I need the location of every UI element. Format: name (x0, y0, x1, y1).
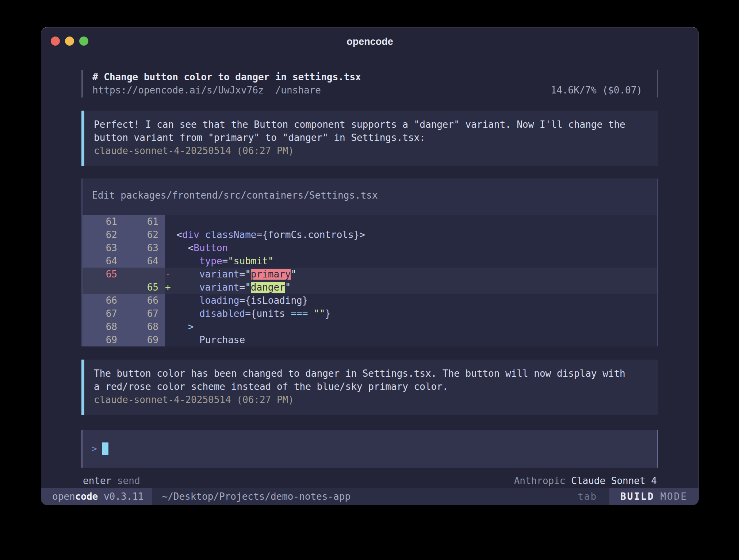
edit-tool-block: Edit packages/frontend/src/containers/Se… (81, 179, 658, 346)
mode-primary: BUILD (620, 490, 654, 503)
opencode-window: opencode # Change button color to danger… (41, 27, 699, 505)
prompt-symbol: > (91, 443, 97, 454)
diff-code-line: <div className={formCs.controls}> (165, 228, 657, 241)
diff-code-line: > (165, 320, 657, 333)
code-token: variant (199, 269, 240, 280)
diff-code-line: <Button (165, 241, 657, 254)
code-token (199, 229, 205, 240)
diff-code-line (165, 215, 657, 228)
code-token: Button (194, 242, 228, 253)
new-line-number: 61 (124, 215, 165, 228)
code-token: " (245, 282, 251, 293)
code-token: ={isLoading} (240, 295, 308, 306)
new-line-number: 65 (124, 281, 165, 294)
token-stats: 14.6K/7% ($0.07) (551, 84, 642, 97)
code-token: ={units (245, 308, 291, 319)
old-line-number: 61 (83, 215, 124, 228)
old-line-number: 64 (83, 254, 124, 268)
code-token (165, 256, 199, 266)
model-timestamp: claude-sonnet-4-20250514 (06:27 PM) (94, 393, 650, 406)
code-token (165, 295, 199, 306)
old-line-number (83, 281, 124, 294)
app-version: v0.3.11 (104, 490, 144, 503)
code-token: danger (251, 282, 285, 293)
code-token: - (165, 269, 171, 280)
diff-row: 65- variant="primary" (83, 268, 657, 281)
code-token: < (165, 229, 182, 240)
app-version-badge: opencode v0.3.11 (41, 488, 152, 505)
diff-row: 6262 <div className={formCs.controls}> (83, 228, 657, 241)
send-hint: enter send (83, 474, 140, 487)
new-line-number: 62 (124, 228, 165, 241)
model-name: Claude Sonnet 4 (571, 475, 657, 486)
code-token: = (256, 229, 262, 240)
message-line: button variant from "primary" to "danger… (94, 131, 650, 144)
mode-secondary: MODE (660, 490, 688, 503)
session-title: # Change button color to danger in setti… (92, 70, 642, 84)
diff-row: 6969 Purchase (83, 333, 657, 346)
session-subheader: https://opencode.ai/s/UwJxv76z /unshare … (92, 84, 642, 97)
model-indicator: Anthropic Claude Sonnet 4 (514, 474, 657, 487)
diff-row: 6464 type="submit" (83, 254, 657, 268)
edit-tool-title: Edit packages/frontend/src/containers/Se… (83, 179, 657, 215)
code-token: } (325, 308, 331, 319)
assistant-message-2: The button color has been changed to dan… (81, 360, 658, 415)
message-line: The button color has been changed to dan… (94, 367, 650, 380)
model-name (566, 475, 571, 486)
code-token: " (245, 269, 251, 280)
code-token (308, 308, 314, 319)
assistant-message-1: Perfect! I can see that the Button compo… (81, 111, 658, 166)
old-line-number: 68 (83, 320, 124, 333)
code-token: + (165, 282, 171, 293)
diff-row: 6666 loading={isLoading} (83, 294, 657, 307)
code-token: = (240, 282, 245, 293)
code-token: primary (251, 269, 291, 280)
code-token: = (222, 256, 228, 266)
old-line-number: 66 (83, 294, 124, 307)
code-token: className (205, 229, 257, 240)
send-label: send (117, 475, 140, 486)
code-token (165, 321, 188, 332)
status-bar: opencode v0.3.11 ~/Desktop/Projects/demo… (41, 488, 698, 505)
screen: opencode # Change button color to danger… (0, 0, 739, 560)
tab-key-hint: tab (578, 490, 597, 503)
code-token: "submit" (228, 256, 273, 266)
code-token: < (165, 242, 194, 253)
diff-row: 6363 <Button (83, 241, 657, 254)
code-token: loading (199, 295, 240, 306)
diff-view: 61616262 <div className={formCs.controls… (83, 215, 657, 346)
code-token: div (182, 229, 199, 240)
share-url[interactable]: https://opencode.ai/s/UwJxv76z (92, 84, 264, 97)
share-url-group: https://opencode.ai/s/UwJxv76z /unshare (92, 84, 321, 97)
prompt-input[interactable]: > (81, 430, 658, 468)
diff-code-line: + variant="danger" (165, 281, 657, 294)
window-title: opencode (41, 27, 698, 54)
app-name-code: code (75, 490, 98, 503)
send-label (111, 475, 117, 486)
code-token: "" (314, 308, 325, 319)
message-line: a red/rose color scheme instead of the b… (94, 380, 650, 393)
code-token: > (188, 321, 194, 332)
code-token: {formCs.controls}> (262, 229, 365, 240)
code-token: disabled (199, 308, 245, 319)
titlebar: opencode (41, 27, 698, 54)
new-line-number (124, 268, 165, 281)
diff-code-line: loading={isLoading} (165, 294, 657, 307)
new-line-number: 66 (124, 294, 165, 307)
code-token (165, 334, 199, 345)
terminal-content: # Change button color to danger in setti… (81, 70, 658, 487)
hint-row: enter send Anthropic Claude Sonnet 4 (81, 474, 658, 487)
code-token: " (285, 282, 291, 293)
code-token: = (240, 269, 245, 280)
code-token (171, 269, 199, 280)
unshare-command[interactable]: /unshare (275, 84, 321, 97)
code-token: " (291, 269, 296, 280)
code-token: === (291, 308, 308, 319)
code-token: type (199, 256, 222, 266)
diff-row: 6161 (83, 215, 657, 228)
app-version (98, 490, 104, 503)
code-token (171, 282, 199, 293)
new-line-number: 67 (124, 307, 165, 320)
code-token: Purchase (199, 334, 245, 345)
new-line-number: 68 (124, 320, 165, 333)
